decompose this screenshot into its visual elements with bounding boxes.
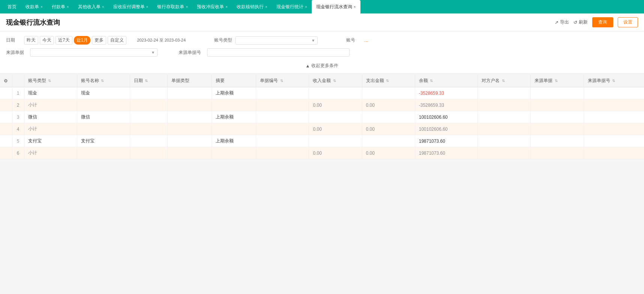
- date-btn-yesterday[interactable]: 昨天: [24, 36, 38, 45]
- date-btn-1month[interactable]: 近1月: [74, 36, 91, 45]
- nav-tab-4[interactable]: 银行存取款单 ×: [153, 0, 192, 13]
- date-options: 昨天 今天 近7天 近1月 更多 自定义: [24, 36, 126, 45]
- account-more-btn[interactable]: ...: [364, 37, 368, 43]
- cell-doc-no: [256, 147, 309, 159]
- close-tab-5[interactable]: ×: [225, 5, 228, 9]
- nav-tab-0[interactable]: 收款单 ×: [21, 0, 47, 13]
- nav-home[interactable]: 首页: [3, 0, 21, 13]
- cell-expense: [362, 135, 415, 147]
- cell-balance: 100102606.60: [415, 123, 478, 135]
- col-counterparty[interactable]: 对方户名 ⇅: [478, 75, 531, 87]
- cell-gear: [0, 147, 12, 159]
- cell-doc-type: [167, 147, 212, 159]
- date-range-group: 2023-02-24 至 2023-03-24: [134, 37, 186, 43]
- col-balance[interactable]: 余额 ⇅: [415, 75, 478, 87]
- close-tab-0[interactable]: ×: [41, 5, 43, 9]
- refresh-icon: ↺: [573, 20, 577, 25]
- cell-counterparty: [478, 87, 531, 99]
- cell-doc-no: [256, 135, 309, 147]
- nav-tab-1[interactable]: 付款单 ×: [47, 0, 74, 13]
- cell-source-doc-no: [584, 111, 644, 123]
- table-wrap: ⚙ 账号类型 ⇅ 账号名称 ⇅ 日期 ⇅ 单据类型 摘要 单据编号 ⇅ 收入金额…: [0, 75, 644, 159]
- close-tab-8[interactable]: ×: [354, 5, 356, 9]
- date-btn-more[interactable]: 更多: [92, 36, 106, 45]
- date-btn-custom[interactable]: 自定义: [108, 36, 126, 45]
- refresh-button[interactable]: ↺ 刷新: [573, 19, 588, 25]
- cell-balance: 19871073.60: [415, 147, 478, 159]
- cell-expense: 0.00: [362, 123, 415, 135]
- cell-account-name: 微信: [77, 111, 130, 123]
- col-source-doc[interactable]: 来源单据 ⇅: [531, 75, 584, 87]
- cell-account-name: [77, 147, 130, 159]
- close-tab-6[interactable]: ×: [265, 5, 267, 9]
- cell-gear: [0, 111, 12, 123]
- header-actions: ↗ 导出 ↺ 刷新 查询 设置: [555, 17, 638, 27]
- cell-counterparty: [478, 99, 531, 111]
- export-button[interactable]: ↗ 导出: [555, 19, 569, 25]
- cell-balance: 100102606.60: [415, 111, 478, 123]
- col-account-type[interactable]: 账号类型 ⇅: [24, 75, 77, 87]
- settings-button[interactable]: 设置: [618, 17, 638, 27]
- query-button[interactable]: 查询: [592, 17, 613, 27]
- account-type-select[interactable]: ▾: [235, 36, 318, 45]
- cell-counterparty: [478, 111, 531, 123]
- nav-tab-7[interactable]: 现金银行统计 ×: [272, 0, 312, 13]
- cell-source-doc-no: [584, 87, 644, 99]
- col-doc-type: 单据类型: [167, 75, 212, 87]
- date-btn-7days[interactable]: 近7天: [56, 36, 72, 45]
- filter-area: 日期 昨天 今天 近7天 近1月 更多 自定义 2023-02-24 至 202…: [0, 31, 644, 74]
- nav-tab-3[interactable]: 应收应付调整单 ×: [109, 0, 153, 13]
- cell-income: 0.00: [309, 99, 362, 111]
- col-source-doc-no[interactable]: 来源单据号 ⇅: [584, 75, 644, 87]
- cell-source-doc-no: [584, 147, 644, 159]
- cell-source-doc-no: [584, 135, 644, 147]
- cell-doc-type: [167, 135, 212, 147]
- cell-gear: [0, 87, 12, 99]
- cell-counterparty: [478, 123, 531, 135]
- cell-account-type: 小计: [24, 123, 77, 135]
- data-table: ⚙ 账号类型 ⇅ 账号名称 ⇅ 日期 ⇅ 单据类型 摘要 单据编号 ⇅ 收入金额…: [0, 75, 644, 159]
- export-icon: ↗: [555, 20, 558, 25]
- cell-date: [130, 99, 167, 111]
- cell-balance: -3528659.33: [415, 87, 478, 99]
- close-tab-7[interactable]: ×: [305, 5, 307, 9]
- cell-summary: 上期余额: [212, 87, 256, 99]
- close-tab-1[interactable]: ×: [67, 5, 69, 9]
- close-tab-2[interactable]: ×: [102, 5, 104, 9]
- source-doc-select[interactable]: ▾: [30, 48, 158, 57]
- collapse-bar[interactable]: ▲ 收起更多条件: [6, 60, 638, 70]
- cell-source-doc: [531, 111, 584, 123]
- account-type-label: 账号类型: [214, 37, 232, 43]
- table-row: 1 现金 现金 上期余额 -3528659.33: [0, 87, 644, 99]
- col-date[interactable]: 日期 ⇅: [130, 75, 167, 87]
- col-account-name[interactable]: 账号名称 ⇅: [77, 75, 130, 87]
- source-doc-no-label: 来源单据号: [179, 49, 201, 56]
- cell-income: [309, 87, 362, 99]
- date-filter-group: 日期 昨天 今天 近7天 近1月 更多 自定义: [6, 36, 126, 45]
- source-doc-label: 来源单据: [6, 49, 24, 56]
- nav-tab-8[interactable]: 现金银行流水查询 ×: [312, 0, 360, 13]
- table-row: 5 支付宝 支付宝 上期余额 19871073.60: [0, 135, 644, 147]
- cell-income: 0.00: [309, 123, 362, 135]
- nav-tab-6[interactable]: 收款核销执行 ×: [232, 0, 272, 13]
- close-tab-3[interactable]: ×: [146, 5, 149, 9]
- nav-tab-2[interactable]: 其他收入单 ×: [74, 0, 109, 13]
- cell-account-type: 小计: [24, 147, 77, 159]
- source-doc-no-input[interactable]: [207, 48, 350, 57]
- cell-account-name: [77, 99, 130, 111]
- cell-num: 6: [12, 147, 24, 159]
- date-btn-today[interactable]: 今天: [40, 36, 54, 45]
- cell-source-doc: [531, 135, 584, 147]
- close-tab-4[interactable]: ×: [186, 5, 188, 9]
- col-settings[interactable]: ⚙: [0, 75, 12, 87]
- cell-source-doc-no: [584, 123, 644, 135]
- col-doc-no[interactable]: 单据编号 ⇅: [256, 75, 309, 87]
- col-expense[interactable]: 支出金额 ⇅: [362, 75, 415, 87]
- nav-tab-5[interactable]: 预收冲应收单 ×: [192, 0, 232, 13]
- cell-date: [130, 87, 167, 99]
- col-num: [12, 75, 24, 87]
- table-header-row: ⚙ 账号类型 ⇅ 账号名称 ⇅ 日期 ⇅ 单据类型 摘要 单据编号 ⇅ 收入金额…: [0, 75, 644, 87]
- cell-income: [309, 135, 362, 147]
- col-income[interactable]: 收入金额 ⇅: [309, 75, 362, 87]
- cell-doc-type: [167, 99, 212, 111]
